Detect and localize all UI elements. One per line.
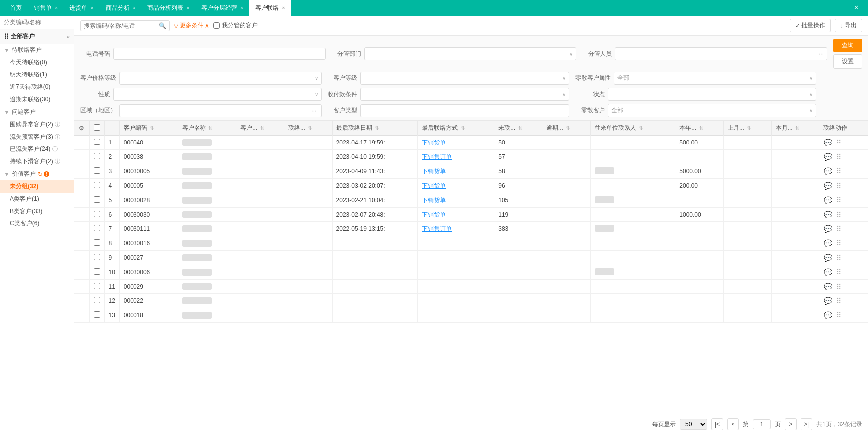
- sidebar-item-tomorrow-pending[interactable]: 明天待联络(1): [0, 69, 74, 81]
- nav-product-analysis[interactable]: 商品分析 ×: [100, 0, 141, 16]
- sidebar-item-churn-warning[interactable]: 流失预警客户(3) ⓘ: [0, 131, 74, 143]
- chat-icon[interactable]: 💬: [823, 253, 832, 262]
- row-checkbox-cell[interactable]: [89, 222, 104, 236]
- contact-way-link[interactable]: 下销货单: [422, 211, 446, 218]
- row-checkbox-cell[interactable]: [89, 308, 104, 323]
- chat-icon[interactable]: 💬: [823, 311, 832, 320]
- chat-icon[interactable]: 💬: [823, 224, 832, 233]
- row-checkbox-cell[interactable]: [89, 251, 104, 265]
- row-checkbox[interactable]: [94, 225, 100, 231]
- scatter-attr-select[interactable]: 全部 ∨: [614, 72, 816, 85]
- last-contact-date-col-header[interactable]: 最后联络日期 ⇅: [332, 121, 418, 136]
- row-checkbox-cell[interactable]: [89, 136, 104, 150]
- region-select[interactable]: ···: [119, 104, 322, 117]
- apps-icon[interactable]: ⠿: [834, 210, 843, 219]
- row-checkbox[interactable]: [94, 139, 100, 145]
- row-last-contact-way-cell[interactable]: 下销货单: [418, 179, 494, 193]
- nav-home[interactable]: 首页: [4, 0, 28, 16]
- person-dots[interactable]: ···: [819, 50, 824, 57]
- customer-level-select[interactable]: ∨: [360, 72, 569, 85]
- contact-way-link[interactable]: 下销售订单: [422, 225, 452, 232]
- apps-icon[interactable]: ⠿: [834, 253, 843, 262]
- chat-icon[interactable]: 💬: [823, 138, 832, 147]
- nav-product-list-close[interactable]: ×: [186, 5, 189, 11]
- page-number-input[interactable]: [753, 419, 771, 429]
- region-dots[interactable]: ···: [309, 107, 318, 114]
- row-checkbox-cell[interactable]: [89, 193, 104, 208]
- status-select[interactable]: ∨: [608, 88, 816, 101]
- apps-icon[interactable]: ⠿: [834, 296, 843, 305]
- row-checkbox-cell[interactable]: [89, 280, 104, 294]
- nav-customer-contact-close[interactable]: ×: [282, 5, 285, 11]
- apps-icon[interactable]: ⠿: [834, 268, 843, 277]
- row-last-contact-way-cell[interactable]: 下销售订单: [418, 222, 494, 236]
- sidebar-item-declining[interactable]: 持续下滑客户(2) ⓘ: [0, 155, 74, 168]
- chat-icon[interactable]: 💬: [823, 152, 832, 161]
- contact-way-link[interactable]: 下销售订单: [422, 153, 452, 160]
- apps-icon[interactable]: ⠿: [834, 196, 843, 205]
- scatter-select[interactable]: 全部 ∨: [608, 104, 816, 117]
- sidebar-item-c-class[interactable]: C类客户(6): [0, 217, 74, 230]
- sidebar-item-overdue-pending[interactable]: 逾期未联络(30): [0, 93, 74, 106]
- nav-purchase-close[interactable]: ×: [90, 5, 93, 11]
- sidebar-item-lost[interactable]: 已流失客户(24) ⓘ: [0, 143, 74, 155]
- apps-icon[interactable]: ⠿: [834, 239, 843, 248]
- page-size-select[interactable]: 50 20 100: [680, 419, 707, 430]
- all-customers-header[interactable]: ⠿ 全部客户 «: [0, 29, 74, 44]
- apps-icon[interactable]: ⠿: [834, 152, 843, 161]
- row-checkbox[interactable]: [94, 311, 100, 318]
- last-month-col-header[interactable]: 上月... ⇅: [723, 121, 771, 136]
- nav-purchase[interactable]: 进货单 ×: [64, 0, 99, 16]
- my-customers-checkbox[interactable]: [213, 22, 220, 29]
- nav-sales-close[interactable]: ×: [55, 5, 58, 11]
- row-checkbox[interactable]: [94, 167, 100, 174]
- sidebar-item-abnormal[interactable]: 囤购异常客户(2) ⓘ: [0, 118, 74, 131]
- chat-icon[interactable]: 💬: [823, 239, 832, 248]
- customer-type-select[interactable]: [360, 104, 569, 117]
- chat-icon[interactable]: 💬: [823, 296, 832, 305]
- last-contact-way-col-header[interactable]: 最后联络方式 ⇅: [418, 121, 494, 136]
- price-level-select[interactable]: ∨: [119, 72, 322, 85]
- row-checkbox[interactable]: [94, 268, 100, 275]
- chat-icon[interactable]: 💬: [823, 196, 832, 205]
- contact-col-header[interactable]: 联络... ⇅: [284, 121, 332, 136]
- row-last-contact-way-cell[interactable]: 下销货单: [418, 193, 494, 208]
- chat-icon[interactable]: 💬: [823, 268, 832, 277]
- nav-customer-segment[interactable]: 客户分层经营 ×: [196, 0, 249, 16]
- sidebar-item-b-class[interactable]: B类客户(33): [0, 205, 74, 217]
- unit-contact-col-header[interactable]: 往来单位联系人 ⇅: [590, 121, 675, 136]
- sidebar-item-ungroup[interactable]: 未分组(32): [0, 180, 74, 193]
- nav-sales[interactable]: 销售单 ×: [28, 0, 64, 16]
- this-month-col-header[interactable]: 本月... ⇅: [771, 121, 819, 136]
- first-page-button[interactable]: |<: [711, 418, 723, 430]
- row-checkbox[interactable]: [94, 211, 100, 217]
- row-checkbox-cell[interactable]: [89, 294, 104, 308]
- row-last-contact-way-cell[interactable]: 下销货单: [418, 136, 494, 150]
- sidebar-search-input[interactable]: [4, 19, 74, 26]
- this-year-col-header[interactable]: 本年... ⇅: [675, 121, 724, 136]
- contact-way-link[interactable]: 下销货单: [422, 168, 446, 175]
- nav-product-analysis-close[interactable]: ×: [133, 5, 135, 11]
- row-last-contact-way-cell[interactable]: 下销货单: [418, 208, 494, 222]
- row-last-contact-way-cell[interactable]: 下销售订单: [418, 150, 494, 164]
- checkbox-col-header[interactable]: [89, 121, 104, 136]
- next-page-button[interactable]: >: [785, 418, 797, 430]
- row-checkbox-cell[interactable]: [89, 236, 104, 251]
- sidebar-item-a-class[interactable]: A类客户(1): [0, 193, 74, 205]
- apps-icon[interactable]: ⠿: [834, 181, 843, 190]
- name-col-header[interactable]: 客户名称 ⇅: [178, 121, 236, 136]
- nature-select[interactable]: ∨: [113, 88, 322, 101]
- code-col-header[interactable]: 客户编码 ⇅: [119, 121, 178, 136]
- phone-input[interactable]: [113, 48, 326, 60]
- last-page-button[interactable]: >|: [801, 418, 812, 430]
- row-checkbox[interactable]: [94, 297, 100, 303]
- prev-page-button[interactable]: <: [727, 418, 739, 430]
- my-customers-check[interactable]: 我分管的客户: [213, 21, 258, 30]
- row-checkbox[interactable]: [94, 182, 100, 188]
- nav-product-list[interactable]: 商品分析列表 ×: [141, 0, 195, 16]
- chat-icon[interactable]: 💬: [823, 282, 832, 291]
- row-checkbox-cell[interactable]: [89, 150, 104, 164]
- select-all-checkbox[interactable]: [94, 124, 100, 131]
- more-filters-button[interactable]: ▽ 更多条件 ∧: [174, 21, 209, 30]
- apps-icon[interactable]: ⠿: [834, 224, 843, 233]
